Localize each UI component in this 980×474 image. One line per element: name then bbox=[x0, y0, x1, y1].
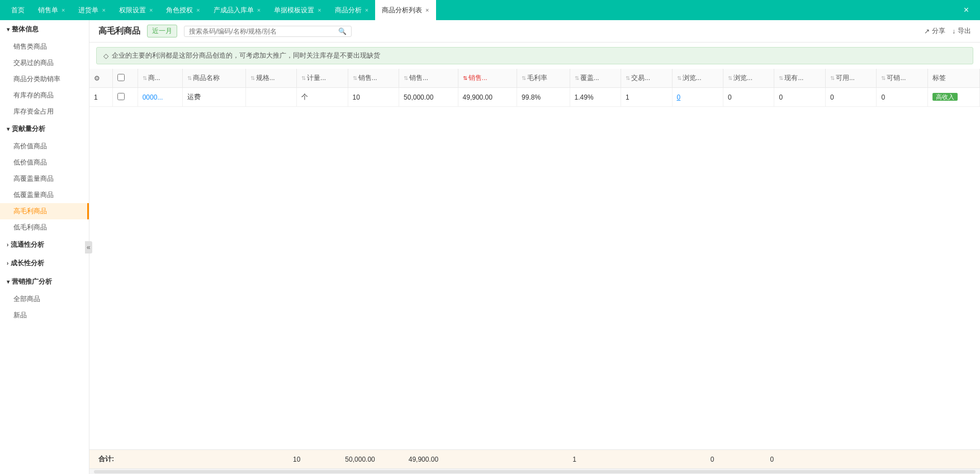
section-arrow-liquidity: › bbox=[7, 242, 8, 248]
sidebar: ▾ 整体信息 销售类商品 交易过的商品 商品分类助销率 有库存的商品 库存资金占… bbox=[0, 20, 89, 474]
nav-product-analysis-list[interactable]: 商品分析列表 × bbox=[375, 0, 435, 20]
col-gross-rate[interactable]: ⇅毛利率 bbox=[517, 69, 570, 88]
data-table: ⚙ ⇅商... ⇅商品名称 ⇅规格... ⇅计量... ⇅销售... ⇅销售..… bbox=[89, 69, 980, 107]
cell-tag: 高收入 bbox=[927, 88, 979, 107]
footer-available: 0 bbox=[770, 456, 774, 463]
col-sales1[interactable]: ⇅销售... bbox=[348, 69, 399, 88]
footer-current: 0 bbox=[711, 456, 714, 463]
col-available[interactable]: ⇅可用... bbox=[825, 69, 876, 88]
cell-sales3: 49,900.00 bbox=[458, 88, 517, 107]
col-transaction[interactable]: ⇅交易... bbox=[621, 69, 672, 88]
cell-gross-rate: 99.8% bbox=[517, 88, 570, 107]
col-browse2[interactable]: ⇅浏览... bbox=[723, 69, 774, 88]
total-label: 合计: bbox=[98, 454, 114, 464]
col-coverage[interactable]: ⇅覆盖... bbox=[570, 69, 621, 88]
footer-sales1: 10 bbox=[293, 456, 300, 463]
section-arrow-marketing: ▾ bbox=[7, 279, 10, 285]
table-row: 1 0000... 运费 个 10 50,000.00 49,900.00 99… bbox=[89, 88, 980, 107]
header-actions: ↗ 分享 ↓ 导出 bbox=[924, 26, 971, 36]
col-current[interactable]: ⇅现有... bbox=[774, 69, 825, 88]
nav-home[interactable]: 首页 bbox=[4, 0, 31, 20]
sidebar-item-high-margin[interactable]: 高毛利商品 bbox=[0, 203, 89, 219]
cell-current: 0 bbox=[774, 88, 825, 107]
page-title: 高毛利商品 bbox=[98, 26, 140, 36]
col-spec[interactable]: ⇅规格... bbox=[245, 69, 296, 88]
sidebar-item-traded-products[interactable]: 交易过的商品 bbox=[0, 55, 89, 71]
sidebar-item-low-margin[interactable]: 低毛利商品 bbox=[0, 219, 89, 236]
tag-badge: 高收入 bbox=[932, 93, 958, 101]
cell-code[interactable]: 0000... bbox=[138, 88, 183, 107]
nav-product-analysis[interactable]: 商品分析 × bbox=[328, 0, 375, 20]
sidebar-section-overall[interactable]: ▾ 整体信息 bbox=[0, 20, 89, 39]
col-checkbox bbox=[112, 69, 138, 88]
sidebar-item-stock-capital[interactable]: 库存资金占用 bbox=[0, 104, 89, 120]
close-product-inbound[interactable]: × bbox=[257, 7, 261, 13]
section-arrow-overall: ▾ bbox=[7, 26, 10, 32]
sidebar-item-low-coverage[interactable]: 低覆盖量商品 bbox=[0, 187, 89, 203]
col-sales3[interactable]: ⇅销售... bbox=[458, 69, 517, 88]
sidebar-item-high-coverage[interactable]: 高覆盖量商品 bbox=[0, 171, 89, 187]
close-product-analysis[interactable]: × bbox=[365, 7, 368, 13]
col-sales2[interactable]: ⇅销售... bbox=[399, 69, 458, 88]
sidebar-section-marketing[interactable]: ▾ 营销推广分析 bbox=[0, 273, 89, 291]
close-template-settings[interactable]: × bbox=[318, 7, 321, 13]
scrollbar-track bbox=[94, 470, 976, 473]
sidebar-section-growth[interactable]: › 成长性分析 bbox=[0, 254, 89, 273]
sidebar-item-new-products[interactable]: 新品 bbox=[0, 307, 89, 323]
cell-browse1[interactable]: 0 bbox=[672, 88, 723, 107]
col-browse1[interactable]: ⇅浏览... bbox=[672, 69, 723, 88]
footer-sales3: 49,900.00 bbox=[409, 456, 438, 463]
close-product-analysis-list[interactable]: × bbox=[425, 7, 429, 13]
col-saleable[interactable]: ⇅可销... bbox=[877, 69, 927, 88]
select-all-checkbox[interactable] bbox=[117, 74, 125, 81]
col-unit[interactable]: ⇅计量... bbox=[297, 69, 348, 88]
sidebar-item-all-products[interactable]: 全部商品 bbox=[0, 291, 89, 307]
nav-sales-order[interactable]: 销售单 × bbox=[31, 0, 72, 20]
nav-permission-settings[interactable]: 权限设置 × bbox=[112, 0, 159, 20]
nav-role-auth[interactable]: 角色授权 × bbox=[159, 0, 206, 20]
close-all-tabs[interactable]: × bbox=[957, 5, 976, 15]
sidebar-item-low-value[interactable]: 低价值商品 bbox=[0, 154, 89, 171]
table-wrapper: ⚙ ⇅商... ⇅商品名称 ⇅规格... ⇅计量... ⇅销售... ⇅销售..… bbox=[89, 69, 980, 449]
content-header: 高毛利商品 近一月 🔍 ↗ 分享 ↓ 导出 bbox=[89, 20, 980, 43]
search-icon[interactable]: 🔍 bbox=[338, 27, 347, 35]
settings-icon[interactable]: ⚙ bbox=[94, 74, 100, 82]
horizontal-scrollbar[interactable] bbox=[89, 468, 980, 474]
section-arrow-growth: › bbox=[7, 260, 8, 266]
nav-product-inbound[interactable]: 产成品入库单 × bbox=[207, 0, 267, 20]
col-name[interactable]: ⇅商品名称 bbox=[183, 69, 245, 88]
sidebar-item-sales-products[interactable]: 销售类商品 bbox=[0, 39, 89, 55]
sidebar-item-category-sales-rate[interactable]: 商品分类助销率 bbox=[0, 71, 89, 87]
cell-checkbox bbox=[112, 88, 138, 107]
footer-transaction: 1 bbox=[572, 456, 576, 463]
search-input[interactable] bbox=[189, 27, 338, 35]
cell-browse2: 0 bbox=[723, 88, 774, 107]
cell-spec bbox=[245, 88, 296, 107]
search-box: 🔍 bbox=[184, 26, 352, 37]
close-purchase-order[interactable]: × bbox=[102, 7, 105, 13]
sidebar-section-contribution[interactable]: ▾ 贡献量分析 bbox=[0, 120, 89, 138]
cell-saleable: 0 bbox=[877, 88, 927, 107]
share-button[interactable]: ↗ 分享 bbox=[924, 26, 945, 36]
section-arrow-contribution: ▾ bbox=[7, 126, 10, 132]
cell-sales2: 50,000.00 bbox=[399, 88, 458, 107]
sidebar-collapse-btn[interactable]: « bbox=[85, 241, 92, 254]
close-role-auth[interactable]: × bbox=[196, 7, 200, 13]
close-sales-order[interactable]: × bbox=[61, 7, 65, 13]
sidebar-section-liquidity[interactable]: › 流通性分析 bbox=[0, 236, 89, 254]
footer-bar: 合计: 10 50,000.00 49,900.00 1 0 0 bbox=[89, 449, 980, 468]
footer-sales2: 50,000.00 bbox=[345, 456, 375, 463]
content-area: 高毛利商品 近一月 🔍 ↗ 分享 ↓ 导出 bbox=[89, 20, 980, 474]
cell-unit: 个 bbox=[297, 88, 348, 107]
period-button[interactable]: 近一月 bbox=[147, 25, 177, 37]
row-checkbox[interactable] bbox=[117, 93, 125, 100]
nav-purchase-order[interactable]: 进货单 × bbox=[72, 0, 112, 20]
close-permission-settings[interactable]: × bbox=[149, 7, 153, 13]
sidebar-item-high-value[interactable]: 高价值商品 bbox=[0, 138, 89, 154]
export-button[interactable]: ↓ 导出 bbox=[952, 26, 971, 36]
col-code[interactable]: ⇅商... bbox=[138, 69, 183, 88]
info-banner: ◇ 企业的主要的利润都是这部分商品创造的，可考虑加大推广，同时关注库存是不要出现… bbox=[96, 47, 973, 64]
col-tag: 标签 bbox=[927, 69, 979, 88]
sidebar-item-in-stock-products[interactable]: 有库存的商品 bbox=[0, 87, 89, 104]
nav-template-settings[interactable]: 单据模板设置 × bbox=[267, 0, 328, 20]
